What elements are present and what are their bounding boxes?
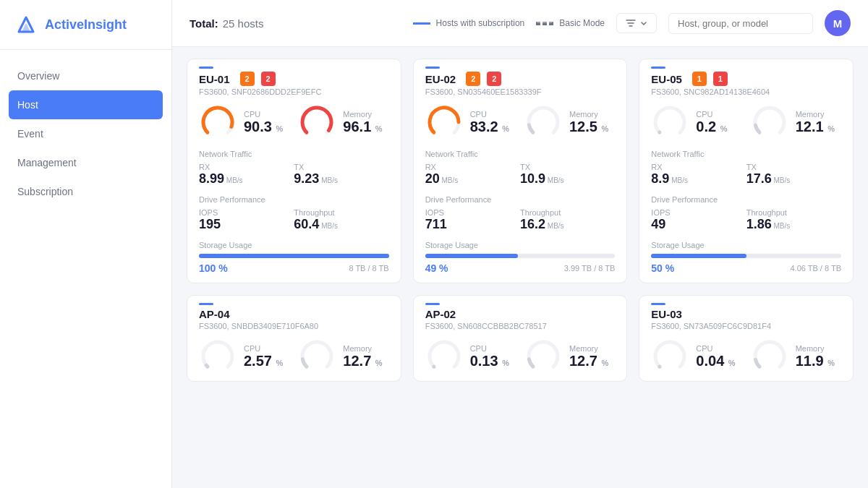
sidebar-item-subscription[interactable]: Subscription xyxy=(0,177,171,206)
legend-line-basic xyxy=(536,22,553,25)
memory-info: Memory 11.9 % xyxy=(796,344,835,369)
storage-section: Storage Usage 50 % 4.06 TB / 8 TB xyxy=(639,238,853,283)
cpu-gauge: CPU 0.04 % xyxy=(651,338,741,375)
badge-error: 2 xyxy=(487,72,501,86)
drive-row: IOPS 711 Throughput 16.2 MB/s xyxy=(414,207,627,238)
cpu-info: CPU 0.04 % xyxy=(696,344,735,369)
memory-gauge-wrap xyxy=(751,103,788,141)
storage-bar-bg xyxy=(425,254,616,258)
activeinsight-logo-icon xyxy=(14,13,38,36)
memory-gauge-wrap xyxy=(524,103,562,141)
throughput: Throughput 60.4 MB/s xyxy=(294,208,388,232)
host-id: EU-01 xyxy=(199,73,230,85)
iops: IOPS 195 xyxy=(199,208,294,232)
cpu-info: CPU 83.2 % xyxy=(470,110,509,135)
cpu-gauge: CPU 0.13 % xyxy=(425,338,516,375)
storage-size: 3.99 TB / 8 TB xyxy=(564,264,616,273)
legend-basic-label: Basic Mode xyxy=(559,18,605,28)
topbar: Total: 25 hosts Hosts with subscription … xyxy=(172,0,868,47)
search-input[interactable] xyxy=(668,13,813,34)
card-accent xyxy=(199,303,213,305)
sidebar-item-overview[interactable]: Overview xyxy=(0,61,171,90)
host-grid: EU-01 2 2 FS3600, SNF02686DDD2EF9EFC CPU… xyxy=(187,59,854,382)
card-metrics: CPU 0.2 % Memory 12.1 % xyxy=(639,96,853,147)
memory-info: Memory 12.1 % xyxy=(796,110,835,135)
memory-gauge-wrap xyxy=(298,338,336,375)
sidebar-item-event[interactable]: Event xyxy=(0,119,171,148)
memory-gauge: Memory 12.5 % xyxy=(524,103,615,141)
host-card[interactable]: EU-05 1 1 FS3600, SNC982AD14138E4604 CPU… xyxy=(639,59,854,283)
host-serial: FS3600, SNF02686DDD2EF9EFC xyxy=(199,87,389,96)
topbar-right: Hosts with subscription Basic Mode M xyxy=(413,10,851,36)
memory-info: Memory 96.1 % xyxy=(343,110,382,135)
host-card[interactable]: EU-01 2 2 FS3600, SNF02686DDD2EF9EFC CPU… xyxy=(187,59,401,283)
network-row: RX 20 MB/s TX 10.9 MB/s xyxy=(414,161,627,192)
host-id: EU-05 xyxy=(651,73,682,85)
storage-pct: 49 % xyxy=(425,262,448,274)
cpu-gauge: CPU 0.2 % xyxy=(651,103,741,141)
host-id: AP-04 xyxy=(199,308,230,320)
memory-gauge: Memory 96.1 % xyxy=(298,103,388,141)
badge-warn: 1 xyxy=(692,72,707,86)
cpu-info: CPU 90.3 % xyxy=(244,110,283,135)
cpu-gauge-wrap xyxy=(425,338,463,375)
cpu-info: CPU 2.57 % xyxy=(244,344,283,369)
host-card[interactable]: EU-02 2 2 FS3600, SN035460EE1583339F CPU… xyxy=(413,59,628,283)
legend-line-subscription xyxy=(413,22,430,25)
filter-icon xyxy=(626,18,636,28)
hosts-count: 25 hosts xyxy=(223,17,264,30)
filter-button[interactable] xyxy=(616,13,657,33)
cpu-gauge-wrap xyxy=(651,103,689,141)
host-serial: FS3600, SN608CCBBB2BC78517 xyxy=(425,322,616,330)
cpu-gauge: CPU 90.3 % xyxy=(199,103,289,141)
network-tx: TX 17.6 MB/s xyxy=(746,163,841,187)
sidebar-logo-text: ActiveInsight xyxy=(45,17,127,33)
card-metrics: CPU 2.57 % Memory 12.7 % xyxy=(187,330,401,381)
storage-pct: 50 % xyxy=(651,262,674,274)
network-row: RX 8.9 MB/s TX 17.6 MB/s xyxy=(639,161,853,192)
memory-gauge: Memory 12.7 % xyxy=(298,338,388,375)
storage-bar-fill xyxy=(199,254,389,258)
storage-section: Storage Usage 100 % 8 TB / 8 TB xyxy=(187,238,401,283)
storage-size: 4.06 TB / 8 TB xyxy=(790,264,841,273)
network-rx: RX 20 MB/s xyxy=(425,163,520,187)
card-metrics: CPU 83.2 % Memory 12.5 % xyxy=(414,96,627,147)
memory-gauge-wrap xyxy=(751,338,788,375)
card-accent xyxy=(425,67,440,69)
badge-error: 1 xyxy=(713,72,728,86)
throughput: Throughput 16.2 MB/s xyxy=(520,208,615,232)
sidebar-item-host[interactable]: Host xyxy=(9,90,163,119)
card-metrics: CPU 0.13 % Memory 12.7 % xyxy=(414,330,627,381)
card-accent xyxy=(651,303,665,305)
network-section-title: Network Traffic xyxy=(187,147,401,161)
memory-gauge-wrap xyxy=(524,338,562,375)
drive-section-title: Drive Performance xyxy=(639,192,853,207)
host-content: EU-01 2 2 FS3600, SNF02686DDD2EF9EFC CPU… xyxy=(172,47,868,488)
network-rx: RX 8.9 MB/s xyxy=(651,163,746,187)
network-section-title: Network Traffic xyxy=(414,147,627,161)
host-card[interactable]: AP-04 FS3600, SNBDB3409E710F6A80 CPU 2.5… xyxy=(187,295,401,382)
sidebar-nav: Overview Host Event Management Subscript… xyxy=(0,50,171,488)
legend-basic: Basic Mode xyxy=(536,18,605,28)
memory-info: Memory 12.5 % xyxy=(569,110,608,135)
drive-section-title: Drive Performance xyxy=(187,192,401,207)
host-id: EU-02 xyxy=(425,73,456,85)
storage-bar-fill xyxy=(651,254,746,258)
badge-warn: 2 xyxy=(240,72,255,86)
legend-subscription: Hosts with subscription xyxy=(413,18,525,28)
host-card[interactable]: AP-02 FS3600, SN608CCBBB2BC78517 CPU 0.1… xyxy=(413,295,628,382)
memory-gauge: Memory 12.1 % xyxy=(751,103,841,141)
sidebar-item-management[interactable]: Management xyxy=(0,148,171,177)
storage-bar-bg xyxy=(199,254,389,258)
host-serial: FS3600, SN035460EE1583339F xyxy=(425,87,616,96)
card-accent xyxy=(199,67,213,69)
host-card[interactable]: EU-03 FS3600, SN73A509FC6C9D81F4 CPU 0.0… xyxy=(639,295,854,382)
host-id: EU-03 xyxy=(651,308,682,320)
network-tx: TX 9.23 MB/s xyxy=(294,163,388,187)
memory-gauge: Memory 11.9 % xyxy=(751,338,841,375)
memory-gauge: Memory 12.7 % xyxy=(524,338,615,375)
cpu-gauge: CPU 2.57 % xyxy=(199,338,289,375)
storage-label: Storage Usage xyxy=(199,241,389,249)
iops: IOPS 49 xyxy=(651,208,746,232)
memory-info: Memory 12.7 % xyxy=(343,344,382,369)
